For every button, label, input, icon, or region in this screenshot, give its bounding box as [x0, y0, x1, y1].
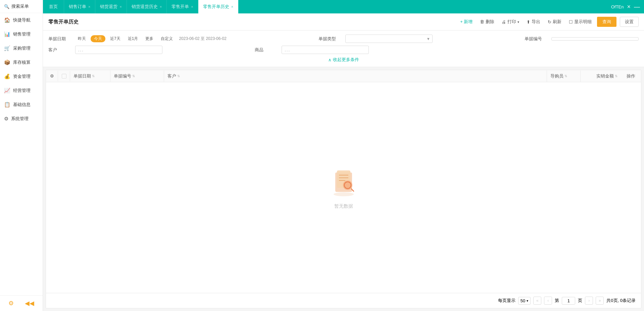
empty-icon	[327, 166, 360, 199]
customer-input[interactable]: ...	[75, 46, 162, 54]
first-page-button[interactable]: «	[533, 297, 541, 305]
date-btn-1month[interactable]: 近1月	[125, 35, 141, 42]
customer-placeholder: ...	[78, 47, 84, 52]
tab-retail-open-close[interactable]: ×	[191, 5, 193, 9]
window-close-button[interactable]: ×	[627, 3, 631, 10]
window-minimize-button[interactable]: —	[634, 3, 640, 10]
table-header: ⚙ 单据日期 ⇅ 单据编号 ⇅ 客户 ⇅ 导购员	[46, 70, 641, 82]
tab-sales-return-hist-label: 销货退货历史	[132, 4, 158, 10]
page-header: 零售开单历史 + 新增 🗑 删除 🖨 打印 ▾ ⬆ 导出 ↻ 刷新	[43, 13, 644, 31]
collapse-more-button[interactable]: ∧ 收起更多条件	[48, 57, 639, 63]
checkbox-icon: ☐	[569, 19, 573, 24]
page-label: 第	[555, 298, 559, 304]
th-date: 单据日期 ⇅	[70, 70, 110, 82]
th-order-no-label: 单据编号	[114, 73, 131, 79]
sidebar-item-finance-mgmt[interactable]: 💰 资金管理	[0, 69, 43, 84]
tab-sales-return-close[interactable]: ×	[119, 5, 121, 9]
display-detail-button[interactable]: ☐ 显示明细	[567, 17, 594, 26]
sales-icon: 📊	[4, 31, 10, 37]
print-button[interactable]: 🖨 打印 ▾	[500, 17, 521, 26]
empty-state: 暂无数据	[46, 82, 641, 293]
th-amount-label: 实销金额	[596, 73, 614, 79]
date-btn-today[interactable]: 今天	[91, 35, 105, 42]
sidebar-footer: ⚙ ◀◀	[0, 295, 43, 311]
filter-row-1: 单据日期 昨天 今天 近7天 近1月 更多 自定义 2023-06-02 至 2…	[48, 35, 639, 43]
tab-retail-hist[interactable]: 零售开单历史 ×	[198, 0, 238, 13]
settings-button[interactable]: 设置	[620, 17, 639, 27]
th-checkbox[interactable]	[58, 71, 70, 81]
page-input[interactable]	[562, 297, 575, 305]
sidebar-item-label: 库存核算	[13, 59, 31, 65]
th-guide-label: 导购员	[550, 73, 563, 79]
delete-button[interactable]: 🗑 删除	[478, 17, 496, 26]
sidebar-item-quick-nav[interactable]: 🏠 快捷导航	[0, 13, 43, 27]
goods-placeholder: ...	[285, 47, 290, 52]
date-range-display: 2023-06-02 至 2023-06-02	[179, 36, 226, 42]
th-settings[interactable]: ⚙	[46, 71, 58, 81]
sidebar-item-sys-mgmt[interactable]: ⚙ 系统管理	[0, 112, 43, 126]
settings-button[interactable]: ⚙	[8, 300, 14, 307]
date-btn-yesterday[interactable]: 昨天	[75, 35, 89, 42]
order-no-sort-icon[interactable]: ⇅	[132, 74, 135, 78]
amount-sort-icon[interactable]: ⇅	[615, 74, 617, 78]
user-label: OfTEn	[611, 4, 624, 9]
date-filter-label: 单据日期	[48, 36, 68, 42]
sidebar-item-label: 资金管理	[13, 73, 31, 80]
sidebar-item-sales-mgmt[interactable]: 📊 销售管理	[0, 27, 43, 41]
prev-page-button[interactable]: ‹	[544, 297, 552, 305]
doc-type-select[interactable]: ▾	[345, 35, 433, 43]
next-page-button[interactable]: ›	[585, 297, 593, 305]
customer-label: 客户	[48, 47, 68, 53]
date-btn-custom[interactable]: 自定义	[158, 35, 176, 42]
th-customer-label: 客户	[167, 73, 176, 79]
export-label: 导出	[532, 19, 540, 25]
th-amount: 实销金额 ⇅	[581, 70, 621, 82]
page-title: 零售开单历史	[48, 19, 79, 25]
tab-retail-hist-label: 零售开单历史	[203, 4, 229, 10]
doc-type-arrow-icon: ▾	[427, 36, 430, 41]
query-button[interactable]: 查询	[597, 17, 616, 27]
page-size-arrow-icon: ▾	[527, 299, 528, 303]
date-btn-7days[interactable]: 近7天	[107, 35, 123, 42]
guide-sort-icon[interactable]: ⇅	[564, 74, 567, 78]
sidebar-search[interactable]: 🔍 搜索采单	[0, 0, 43, 13]
empty-text: 暂无数据	[334, 203, 353, 209]
svg-point-0	[334, 192, 354, 196]
sidebar-item-inventory[interactable]: 📦 库存核算	[0, 55, 43, 69]
sidebar: 🔍 搜索采单 🏠 快捷导航 📊 销售管理 🛒 采购管理 📦 库存核算 💰 资金管…	[0, 0, 43, 311]
page-size-select[interactable]: 50 ▾	[518, 297, 531, 305]
date-sort-icon[interactable]: ⇅	[92, 74, 95, 78]
select-all-checkbox[interactable]	[62, 74, 66, 79]
search-icon: 🔍	[4, 4, 9, 9]
tab-home[interactable]: 首页	[43, 0, 64, 13]
sidebar-item-label: 快捷导航	[13, 17, 31, 23]
tab-bar-right: OfTEn × —	[611, 3, 644, 10]
last-page-button[interactable]: »	[596, 297, 604, 305]
doc-no-input[interactable]	[551, 37, 639, 41]
sidebar-item-purchase-mgmt[interactable]: 🛒 采购管理	[0, 41, 43, 55]
tab-sales-return[interactable]: 销货退货 ×	[95, 0, 127, 13]
goods-input[interactable]: ...	[282, 46, 369, 54]
tab-sales-order[interactable]: 销售订单 ×	[64, 0, 95, 13]
tab-retail-open[interactable]: 零售开单 ×	[167, 0, 198, 13]
export-icon: ⬆	[527, 19, 530, 24]
refresh-button[interactable]: ↻ 刷新	[546, 17, 563, 26]
tab-retail-open-label: 零售开单	[171, 4, 189, 10]
tab-sales-return-hist-close[interactable]: ×	[160, 5, 162, 9]
customer-sort-icon[interactable]: ⇅	[177, 74, 180, 78]
date-btn-more[interactable]: 更多	[143, 35, 156, 42]
export-button[interactable]: ⬆ 导出	[525, 17, 542, 26]
main-area: 首页 销售订单 × 销货退货 × 销货退货历史 × 零售开单 × 零售开单历史 …	[43, 0, 644, 311]
sidebar-item-label: 基础信息	[13, 102, 31, 108]
sidebar-item-basic-info[interactable]: 📋 基础信息	[0, 98, 43, 112]
print-label: 打印	[507, 19, 516, 25]
home-icon: 🏠	[4, 17, 10, 23]
tab-retail-hist-close[interactable]: ×	[231, 5, 233, 9]
display-detail-label: 显示明细	[574, 19, 592, 25]
tab-sales-order-close[interactable]: ×	[88, 5, 90, 9]
tab-sales-return-hist[interactable]: 销货退货历史 ×	[127, 0, 167, 13]
collapse-sidebar-button[interactable]: ◀◀	[25, 300, 34, 307]
sidebar-item-ops-mgmt[interactable]: 📈 经营管理	[0, 84, 43, 98]
refresh-icon: ↻	[548, 19, 551, 24]
add-button[interactable]: + 新增	[458, 17, 475, 26]
